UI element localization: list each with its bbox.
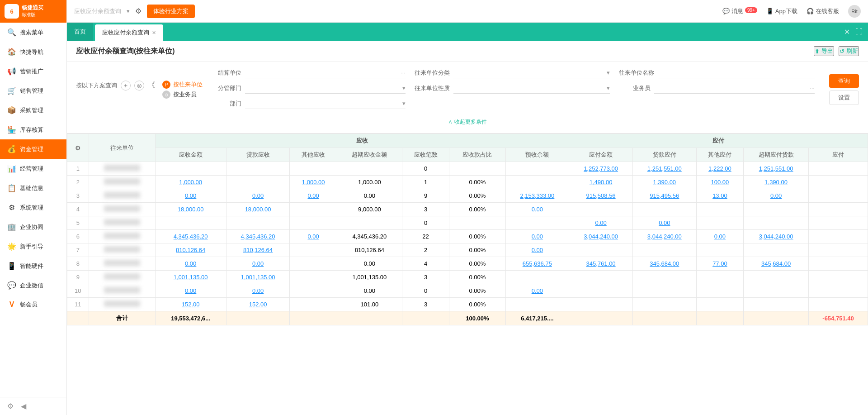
total-ar-amount: 19,553,472,6... [155,311,226,325]
logo: 6 畅捷通买 标准版 [0,0,66,23]
table-area[interactable]: ⚙ 往来单位 应收 应付 应收金额 贷款应收 其他应收 超期应收金额 应收笔数 … [67,134,868,415]
logo-icon: 6 [5,4,19,19]
main-content: 应收应付余额查询(按往来单位) ⬆ 导出 ↺ 刷新 按以下方案查询 + ◎ 《 [67,41,868,415]
partner-nature-label: 往来单位性质 [415,84,450,92]
partner-category-label: 往来单位分类 [415,69,450,77]
filter-section-label: 按以下方案查询 [76,81,117,90]
logo-name: 畅捷通买 [22,5,43,12]
filter-collapse-button[interactable]: 《 [148,81,155,90]
sidebar-item-smart-hw[interactable]: 📱 智能硬件 [0,256,66,276]
dept-select[interactable]: ▾ [245,83,406,94]
sidebar-item-basic-info[interactable]: 📋 基础信息 [0,178,66,198]
mode-active-icon: P [162,81,170,89]
inventory-icon: 🏪 [7,125,16,134]
filter-add-button[interactable]: + [121,81,131,91]
sidebar-item-label: 畅会员 [20,301,38,309]
table-row: 21,000.001,000.001,000.0010.00%1,490.001… [67,176,868,189]
sidebar-item-label: 搜索菜单 [20,29,43,37]
settings-gear-icon[interactable]: ⚙ [135,7,142,15]
table-row: 30.000.000.000.0090.00%2,153,333.00915,5… [67,189,868,203]
col-ar-overdue: 超期应收金额 [337,148,402,162]
sidebar-item-funds[interactable]: 💰 资金管理 [0,139,66,159]
settlement-unit-input[interactable]: ··· [245,67,406,78]
filter-mode-by-salesperson[interactable]: ⊙ 按业务员 [162,91,203,99]
enterprise-icon: 🏢 [7,223,16,231]
salesperson-input[interactable]: ··· [654,83,815,94]
tab-expand-button[interactable]: ⛶ [855,28,863,36]
sidebar-collapse-icon[interactable]: ◀ [21,402,26,410]
breadcrumb: 应收应付余额查询 [74,7,121,15]
sidebar-item-search-menu[interactable]: 🔍 搜索菜单 [0,23,66,42]
export-label: 导出 [821,47,833,55]
export-button[interactable]: ⬆ 导出 [814,46,834,56]
tab-close-button[interactable]: ✕ [844,28,850,36]
promo-button[interactable]: 体验行业方案 [147,5,195,18]
table-row: 7810,126.64810,126.64810,126.6420.00%0.0… [67,243,868,257]
tab-ar-query[interactable]: 应收应付余额查询 ✕ [95,24,163,41]
tab-close-icon[interactable]: ✕ [152,30,156,36]
collapse-bar[interactable]: ∧ 收起更多条件 [76,116,859,128]
filter-row-3: 部门 ▾ [210,98,815,109]
filter-buttons: 查询 设置 [829,74,859,105]
col-ap-loan: 贷款应付 [632,148,696,162]
sidebar-item-purchase[interactable]: 📦 采购管理 [0,100,66,120]
col-ar-prepay: 预收余额 [505,148,569,162]
marketing-icon: 📢 [7,67,16,76]
partner-name-input[interactable] [658,67,815,78]
message-icon: 💬 [722,8,730,14]
refresh-icon: ↺ [840,48,844,55]
home-icon: 🏠 [7,48,16,56]
page-title: 应收应付余额查询(按往来单位) [76,47,175,56]
online-service-button[interactable]: 🎧 在线客服 [807,7,839,15]
sidebar-item-enterprise[interactable]: 🏢 企业协同 [0,217,66,237]
refresh-button[interactable]: ↺ 刷新 [839,46,859,56]
mode-partner-label: 按往来单位 [173,81,203,89]
sidebar-item-weixin[interactable]: 💬 企业微信 [0,276,66,295]
tab-home-label: 首页 [74,28,86,36]
col-ar-count: 应收笔数 [402,148,449,162]
filter-left: 按以下方案查询 + ◎ 《 P 按往来单位 ⊙ 按业务员 [76,81,203,99]
total-label: 合计 [89,311,155,325]
total-ar-prepay: 6,417,215.... [505,311,569,325]
user-avatar[interactable]: Rit [848,5,861,18]
filter-area: 按以下方案查询 + ◎ 《 P 按往来单位 ⊙ 按业务员 [67,62,868,134]
messages-button[interactable]: 💬 消息 99+ [722,7,757,15]
app-download-button[interactable]: 📱 App下载 [766,7,797,15]
filter-row-header: 按以下方案查询 + ◎ 《 P 按往来单位 ⊙ 按业务员 [76,67,859,112]
filter-reset-button[interactable]: ◎ [134,81,144,91]
tab-bar: 首页 应收应付余额查询 ✕ ✕ ⛶ [67,23,868,41]
sidebar-item-operations[interactable]: 📊 经营管理 [0,159,66,178]
sidebar-item-quick-nav[interactable]: 🏠 快捷导航 [0,42,66,62]
app-header: 应收应付余额查询 ▾ ⚙ 体验行业方案 💬 消息 99+ 📱 App下载 🎧 在… [67,0,868,23]
settings-button[interactable]: 设置 [829,91,859,105]
partner-nature-select[interactable]: ▾ [453,83,610,94]
tab-home[interactable]: 首页 [67,23,93,41]
export-icon: ⬆ [815,48,820,55]
filter-field-partner-name: 往来单位名称 [619,67,815,78]
filter-field-department: 部门 ▾ [210,98,406,109]
department-select[interactable]: ▾ [245,98,406,109]
settings-col-header[interactable]: ⚙ [67,134,89,162]
sidebar-item-guide[interactable]: 🌟 新手引导 [0,237,66,256]
sidebar-settings-icon[interactable]: ⚙ [7,402,14,410]
col-ar-other: 其他应收 [290,148,337,162]
data-table: ⚙ 往来单位 应收 应付 应收金额 贷款应收 其他应收 超期应收金额 应收笔数 … [67,134,868,325]
member-icon: V [7,301,16,309]
operations-icon: 📊 [7,164,16,173]
table-settings-icon[interactable]: ⚙ [75,144,81,152]
sidebar-item-member[interactable]: V 畅会员 [0,295,66,314]
total-settings [67,311,89,325]
purchase-icon: 📦 [7,106,16,114]
sidebar-item-sales[interactable]: 🛒 销售管理 [0,81,66,100]
sidebar-item-system[interactable]: ⚙ 系统管理 [0,198,66,217]
user-name: Rit [851,9,857,14]
sidebar-item-marketing[interactable]: 📢 营销推广 [0,62,66,81]
sidebar-item-inventory[interactable]: 🏪 库存核算 [0,120,66,139]
filter-field-salesperson: 业务员 ··· [619,83,815,94]
breadcrumb-dropdown[interactable]: ▾ [127,8,130,14]
partner-category-select[interactable]: ▾ [453,67,610,78]
sidebar-item-label: 库存核算 [20,126,43,134]
partner-col-header: 往来单位 [89,134,155,162]
query-button[interactable]: 查询 [829,74,859,88]
filter-mode-by-partner[interactable]: P 按往来单位 [162,81,203,89]
